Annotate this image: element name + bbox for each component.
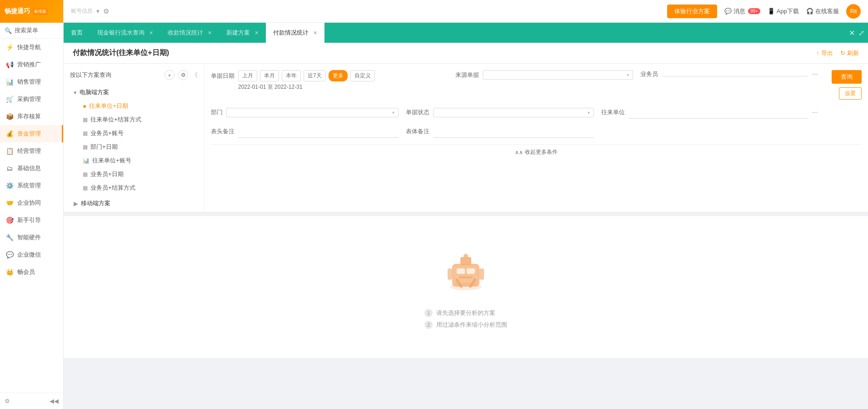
message-action[interactable]: 💬 消息 99+ bbox=[724, 7, 760, 15]
search-menu-label: 搜索菜单 bbox=[15, 26, 38, 35]
sidebar-item-purchase[interactable]: 🛒 采购管理 bbox=[0, 91, 63, 108]
sidebar-item-newbie[interactable]: 🎯 新手引导 bbox=[0, 212, 63, 229]
scheme-unit-account[interactable]: 📊 往来单位+账号 bbox=[79, 154, 198, 167]
sidebar-header: 畅捷通巧 标准版 bbox=[0, 0, 63, 23]
sidebar-item-hardware[interactable]: 🔧 智能硬件 bbox=[0, 229, 63, 246]
doc-status-label: 单据状态 bbox=[406, 108, 429, 116]
settings-icon[interactable]: ⚙ bbox=[103, 7, 109, 15]
query-button[interactable]: 查询 bbox=[832, 70, 862, 84]
empty-tip-2: 2 用过滤条件来缩小分析范围 bbox=[424, 319, 507, 331]
scheme-label: 业务员+账号 bbox=[90, 129, 124, 137]
page-header: 付款情况统计(往来单位+日期) ↑ 导出 ↻ 刷新 bbox=[64, 43, 868, 64]
user-avatar[interactable]: Rit bbox=[846, 4, 861, 19]
scheme-icon: ▦ bbox=[83, 185, 88, 191]
sidebar-item-system[interactable]: ⚙️ 系统管理 bbox=[0, 177, 63, 194]
dept-filter-item: 部门 ▾ bbox=[211, 108, 399, 117]
sidebar-item-weixin[interactable]: 💬 企业微信 bbox=[0, 246, 63, 263]
sidebar-item-inventory[interactable]: 📦 库存核算 bbox=[0, 108, 63, 125]
sidebar-item-member[interactable]: 👑 畅会员 bbox=[0, 263, 63, 281]
tip-num-1: 1 bbox=[424, 309, 433, 317]
scheme-staff-date[interactable]: ▦ 业务员+日期 bbox=[79, 167, 198, 181]
online-service-action[interactable]: 🎧 在线客服 bbox=[806, 7, 839, 15]
date-group: 上月 本月 本年 近7天 更多 自定义 bbox=[238, 70, 375, 81]
sidebar-item-label: 资金管理 bbox=[17, 130, 41, 138]
body-note-input[interactable] bbox=[433, 125, 594, 138]
collapse-label: 收起更多条件 bbox=[525, 148, 558, 156]
header-note-input[interactable] bbox=[238, 125, 399, 138]
dropdown-icon[interactable]: ▾ bbox=[96, 8, 100, 15]
staff-dots-btn[interactable]: ··· bbox=[812, 70, 818, 78]
doc-status-select[interactable]: ▾ bbox=[433, 108, 594, 117]
pc-section: ▾ 电脑端方案 ● 往来单位+日期 ▦ 往来单位+结算方式 ▦ bbox=[70, 86, 198, 195]
partner-dots-btn[interactable]: ··· bbox=[812, 108, 818, 116]
scheme-dept-date[interactable]: ▦ 部门+日期 bbox=[79, 140, 198, 154]
date-btn-last-7days[interactable]: 近7天 bbox=[304, 70, 326, 81]
filter-settings-button[interactable]: 设置 bbox=[839, 87, 862, 100]
refresh-action[interactable]: ↻ 刷新 bbox=[840, 49, 859, 57]
tab-home-label: 首页 bbox=[71, 29, 83, 37]
sidebar-item-basic-info[interactable]: 🗂 基础信息 bbox=[0, 160, 63, 177]
staff-input[interactable] bbox=[662, 72, 808, 76]
message-icon: 💬 bbox=[724, 8, 732, 15]
sidebar-item-marketing[interactable]: 📢 营销推广 bbox=[0, 56, 63, 73]
sidebar-item-quick-nav[interactable]: ⚡ 快捷导航 bbox=[0, 39, 63, 56]
source-select[interactable]: ▾ bbox=[483, 70, 633, 80]
tab-new-plan[interactable]: 新建方案 ✕ bbox=[219, 23, 266, 43]
export-action[interactable]: ↑ 导出 bbox=[817, 49, 833, 57]
sidebar-item-enterprise[interactable]: 🤝 企业协同 bbox=[0, 194, 63, 212]
tab-payment-stats-close[interactable]: ✕ bbox=[313, 30, 317, 36]
tab-bank-flow-close[interactable]: ✕ bbox=[149, 30, 153, 36]
empty-tip-1: 1 请先选择要分析的方案 bbox=[424, 307, 507, 319]
date-filter-item: 单据日期 上月 本月 本年 近7天 更多 自定义 2022-01-01 至 20… bbox=[211, 70, 448, 91]
app-download-action[interactable]: 📱 App下载 bbox=[768, 7, 799, 15]
tab-home[interactable]: 首页 bbox=[64, 23, 90, 43]
date-btn-custom[interactable]: 自定义 bbox=[350, 70, 375, 81]
header-actions: 体验行业方案 💬 消息 99+ 📱 App下载 🎧 在线客服 Rit bbox=[667, 4, 861, 19]
tab-fullscreen-icon[interactable]: ⤢ bbox=[858, 29, 864, 37]
svg-rect-8 bbox=[448, 268, 452, 280]
tab-receipt-stats-close[interactable]: ✕ bbox=[208, 30, 212, 36]
page-header-actions: ↑ 导出 ↻ 刷新 bbox=[817, 49, 859, 57]
settings-scheme-button[interactable]: ⚙ bbox=[178, 70, 188, 80]
export-icon: ↑ bbox=[817, 50, 820, 56]
mobile-section-header[interactable]: ▶ 移动端方案 bbox=[70, 197, 198, 210]
date-btn-last-month[interactable]: 上月 bbox=[238, 70, 257, 81]
search-menu-item[interactable]: 🔍 搜索菜单 bbox=[0, 23, 63, 39]
staff-label: 业务员 bbox=[640, 70, 658, 78]
tab-receipt-stats[interactable]: 收款情况统计 ✕ bbox=[160, 23, 219, 43]
tab-close-all-icon[interactable]: ✕ bbox=[849, 29, 855, 37]
dept-select[interactable]: ▾ bbox=[226, 108, 399, 117]
collapse-more-button[interactable]: ∧∧ 收起更多条件 bbox=[211, 144, 862, 160]
trial-button[interactable]: 体验行业方案 bbox=[667, 5, 717, 18]
date-btn-this-year[interactable]: 本年 bbox=[282, 70, 301, 81]
empty-svg bbox=[439, 243, 493, 298]
footer-collapse-icon[interactable]: ◀◀ bbox=[50, 398, 59, 404]
tip-num-2: 2 bbox=[424, 321, 433, 329]
message-badge: 99+ bbox=[748, 8, 760, 14]
sidebar-item-finance[interactable]: 💰 资金管理 bbox=[0, 125, 63, 142]
tab-bank-flow[interactable]: 现金银行流水查询 ✕ bbox=[90, 23, 160, 43]
scheme-unit-settle[interactable]: ▦ 往来单位+结算方式 bbox=[79, 113, 198, 126]
footer-settings-icon[interactable]: ⚙ bbox=[5, 398, 10, 404]
tab-new-plan-close[interactable]: ✕ bbox=[254, 30, 259, 36]
scheme-unit-date[interactable]: ● 往来单位+日期 bbox=[79, 99, 198, 113]
partner-input[interactable] bbox=[629, 106, 808, 119]
collapse-panel-button[interactable]: 《 bbox=[192, 71, 198, 79]
scheme-staff-settle[interactable]: ▦ 业务员+结算方式 bbox=[79, 181, 198, 195]
tab-payment-stats[interactable]: 付款情况统计 ✕ bbox=[266, 23, 324, 43]
body-note-item: 表体备注 bbox=[406, 125, 594, 138]
scheme-icon: ▦ bbox=[83, 171, 88, 177]
add-scheme-button[interactable]: ＋ bbox=[165, 70, 175, 80]
sidebar-item-sales[interactable]: 📊 销售管理 bbox=[0, 73, 63, 91]
filter-row-2: 部门 ▾ 单据状态 ▾ 往来单位 bbox=[211, 106, 862, 119]
pc-section-header[interactable]: ▾ 电脑端方案 bbox=[70, 86, 198, 99]
tab-payment-stats-label: 付款情况统计 bbox=[273, 29, 309, 37]
scheme-staff-account[interactable]: ▦ 业务员+账号 bbox=[79, 126, 198, 140]
filter-area: 按以下方案查询 ＋ ⚙ 《 ▾ 电脑端方案 ● 往 bbox=[64, 64, 868, 212]
sidebar-item-label: 快捷导航 bbox=[17, 43, 41, 51]
dept-label: 部门 bbox=[211, 108, 223, 116]
date-btn-more[interactable]: 更多 bbox=[329, 70, 348, 81]
sidebar-item-operations[interactable]: 📋 经营管理 bbox=[0, 142, 63, 160]
date-btn-this-month[interactable]: 本月 bbox=[260, 70, 279, 81]
mobile-section-label: 移动端方案 bbox=[81, 199, 110, 207]
